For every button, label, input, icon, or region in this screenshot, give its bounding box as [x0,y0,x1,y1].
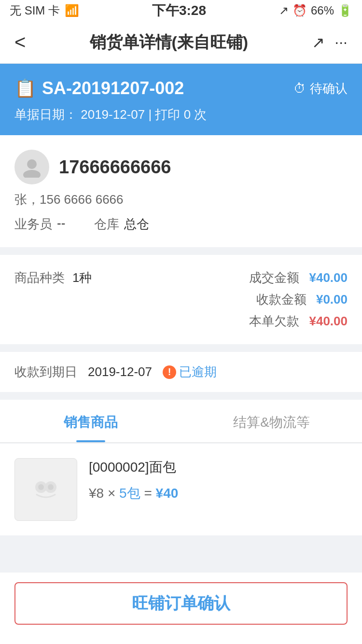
svg-point-4 [38,484,44,490]
customer-phone: 17666666666 [59,157,171,178]
more-icon[interactable]: ··· [334,33,348,51]
equals-sign: = [144,486,155,501]
customer-meta: 业务员 -- 仓库 总仓 [14,216,348,233]
multiply-sign: × [108,486,119,501]
sim-label: 无 SIM 卡 [10,3,60,18]
order-id-text: SA-20191207-002 [42,78,184,98]
overdue-badge: ! 已逾期 [163,364,217,380]
wifi-icon: 📶 [65,4,79,17]
received-row: 收款金额 ¥0.00 [256,291,348,308]
battery-label: 66% [311,4,334,17]
confirm-order-button[interactable]: 旺铺订单确认 [14,582,348,625]
share-icon[interactable]: ↗ [312,33,325,52]
order-date-value: 2019-12-07 [81,107,145,122]
order-status: ⏱ 待确认 [293,80,348,97]
order-print-label: | 打印 [148,107,180,122]
tab-settlement[interactable]: 结算&物流等 [181,400,362,442]
product-image [14,458,77,521]
total-price: ¥40 [156,486,179,501]
sales-label: 业务员 [14,216,52,233]
battery-icon: 🔋 [338,4,352,17]
svg-point-5 [48,484,54,490]
nav-right: ↗ ··· [312,33,348,52]
summary-right: 成交金额 ¥40.00 收款金额 ¥0.00 本单欠款 ¥40.00 [249,269,348,330]
warehouse-label: 仓库 [94,216,119,233]
due-card: 收款到期日 2019-12-07 ! 已逾期 [0,352,362,392]
status-left: 无 SIM 卡 📶 [10,3,79,18]
unit-price: ¥8 [89,486,104,501]
order-header: 📋 SA-20191207-002 ⏱ 待确认 单据日期： 2019-12-07… [0,64,362,135]
due-date-value: 2019-12-07 [88,364,152,379]
owed-value: ¥40.00 [309,314,348,329]
bottom-bar: 旺铺订单确认 [0,573,362,644]
tab-sales-products[interactable]: 销售商品 [0,400,181,442]
tabs: 销售商品 结算&物流等 [0,400,362,443]
svg-point-1 [23,170,41,178]
overdue-warning-icon: ! [163,365,176,379]
quantity: 5包 [119,486,140,501]
warehouse-value: 总仓 [124,216,149,233]
overdue-text: 已逾期 [179,364,217,380]
customer-card: 17666666666 张，156 6666 6666 业务员 -- 仓库 总仓 [0,135,362,247]
amount-value: ¥40.00 [309,270,348,285]
amount-row: 成交金额 ¥40.00 [249,269,348,286]
customer-top: 17666666666 [14,150,348,184]
amount-label: 成交金额 [249,269,299,286]
owed-label: 本单欠款 [249,313,299,330]
order-id-icon: 📋 [14,78,36,98]
type-label: 商品种类 [14,269,65,286]
location-icon: ↗ [279,4,289,17]
order-date-label: 单据日期： [14,107,77,122]
back-button[interactable]: < [14,31,26,53]
received-value: ¥0.00 [316,292,348,307]
nav-bar: < 销货单详情(来自旺铺) ↗ ··· [0,21,362,64]
received-label: 收款金额 [256,291,306,308]
sales-meta: 业务员 -- [14,216,65,233]
order-print-unit: 次 [194,107,207,122]
product-price: ¥8 × 5包 = ¥40 [89,484,348,503]
order-header-top: 📋 SA-20191207-002 ⏱ 待确认 [14,78,348,98]
warehouse-meta: 仓库 总仓 [94,216,149,233]
type-value: 1种 [72,269,92,286]
order-print-count: 0 [184,107,191,122]
svg-point-0 [27,159,37,169]
sales-value: -- [57,216,65,233]
owed-row: 本单欠款 ¥40.00 [249,313,348,330]
order-date-row: 单据日期： 2019-12-07 | 打印 0 次 [14,106,348,123]
product-name: [0000002]面包 [89,458,348,476]
status-bar: 无 SIM 卡 📶 下午3:28 ↗ ⏰ 66% 🔋 [0,0,362,21]
product-info: [0000002]面包 ¥8 × 5包 = ¥40 [89,458,348,503]
alarm-icon: ⏰ [292,4,307,17]
status-text: 待确认 [310,80,348,97]
customer-name: 张，156 6666 6666 [14,191,348,208]
summary-card: 商品种类 1种 成交金额 ¥40.00 收款金额 ¥0.00 本单欠款 ¥40.… [0,255,362,344]
order-id: 📋 SA-20191207-002 [14,78,184,98]
status-right: ↗ ⏰ 66% 🔋 [279,4,352,17]
tabs-container: 销售商品 结算&物流等 [0,400,362,443]
page-title: 销货单详情(来自旺铺) [90,31,249,54]
status-clock-icon: ⏱ [293,81,306,96]
product-card: [0000002]面包 ¥8 × 5包 = ¥40 [0,444,362,535]
nav-left: < [14,31,26,53]
summary-left: 商品种类 1种 [14,269,92,286]
status-time: 下午3:28 [152,1,206,20]
avatar [14,150,49,184]
due-label: 收款到期日 [14,364,77,380]
